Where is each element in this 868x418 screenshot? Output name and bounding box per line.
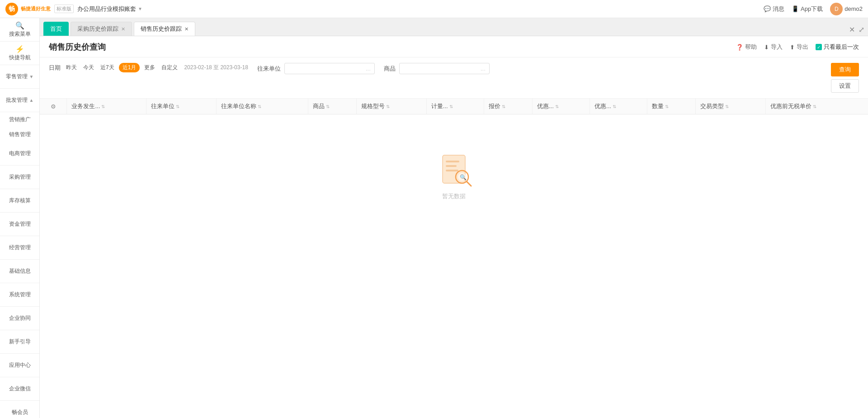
th-trade-type[interactable]: 交易类型 ⇅: [696, 99, 766, 114]
filter-bar: 日期 昨天 今天 近7天 近1月 更多 自定义 2023-02-18 至 202…: [40, 57, 868, 99]
query-button[interactable]: 查询: [831, 63, 859, 76]
sidebar-item-sales[interactable]: 销售管理: [0, 127, 39, 142]
tab-bar: 首页 采购历史价跟踪 ✕ 销售历史价跟踪 ✕ ✕ ⤢: [40, 18, 868, 36]
th-partner-code[interactable]: 往来单位 ⇅: [146, 99, 216, 114]
page-content: 销售历史价查询 ❓ 帮助 ⬇ 导入 ⬆ 导出 ✓: [40, 36, 868, 418]
user-profile[interactable]: D demo2: [830, 3, 863, 15]
help-button[interactable]: ❓ 帮助: [736, 43, 757, 51]
logo-area: 畅 畅捷通好生意: [5, 3, 51, 15]
partner-input[interactable]: ...: [284, 63, 375, 74]
sidebar-item-finance[interactable]: 资金管理: [0, 213, 39, 236]
th-product-label: 商品: [313, 102, 325, 110]
th-discount2-label: 优惠...: [594, 102, 611, 110]
quick-nav-icon: ⚡: [15, 45, 24, 53]
sidebar-item-quick-nav[interactable]: ⚡ 快捷导航: [0, 42, 39, 65]
partner-filter-group: 往来单位 ...: [257, 63, 375, 74]
sidebar-item-ecommerce[interactable]: 电商管理: [0, 142, 39, 166]
shortcut-yesterday[interactable]: 昨天: [64, 63, 79, 72]
data-table: ⚙ 业务发生... ⇅ 往来单位: [40, 99, 868, 114]
shortcut-more[interactable]: 更多: [142, 63, 157, 72]
tab-home[interactable]: 首页: [43, 22, 69, 36]
sidebar: 🔍 搜索菜单 ⚡ 快捷导航 零售管理 ▼ 批发管理 ▲ 营销推广 销售管理 电商…: [0, 18, 40, 418]
th-gear[interactable]: ⚙: [40, 99, 67, 114]
workspace-selector[interactable]: 办公用品行业模拟账套 ▼: [77, 5, 142, 13]
sidebar-item-wholesale[interactable]: 批发管理 ▲: [0, 89, 39, 112]
th-quantity[interactable]: 数量 ⇅: [647, 99, 696, 114]
tab-sales-close-icon[interactable]: ✕: [184, 27, 189, 32]
th-product[interactable]: 商品 ⇅: [308, 99, 356, 114]
search-menu-icon: 🔍: [15, 21, 24, 30]
shortcut-last7days[interactable]: 近7天: [99, 63, 116, 72]
import-label: 导入: [771, 43, 783, 51]
th-spec[interactable]: 规格型号 ⇅: [356, 99, 426, 114]
avatar: D: [830, 3, 843, 15]
th-price[interactable]: 报价 ⇅: [484, 99, 532, 114]
maximize-button[interactable]: ⤢: [859, 25, 864, 34]
empty-text: 暂无数据: [442, 192, 466, 200]
table-header-row: ⚙ 业务发生... ⇅ 往来单位: [40, 99, 868, 114]
sidebar-item-basic-info[interactable]: 基础信息: [0, 260, 39, 283]
th-partner-name[interactable]: 往来单位名称 ⇅: [216, 99, 308, 114]
sidebar-item-label: 基础信息: [9, 268, 31, 275]
sidebar-item-enterprise-coop[interactable]: 企业协同: [0, 307, 39, 330]
date-label: 日期: [49, 64, 61, 72]
tab-sales-label: 销售历史价跟踪: [141, 25, 182, 33]
sidebar-item-label: 销售管理: [9, 131, 31, 138]
close-tab-button[interactable]: ✕: [849, 25, 855, 34]
shortcut-custom[interactable]: 自定义: [160, 63, 179, 72]
sidebar-item-app-center[interactable]: 应用中心: [0, 354, 39, 377]
sidebar-item-sys-settings[interactable]: 系统管理: [0, 283, 39, 307]
export-icon: ⬆: [790, 44, 795, 51]
tab-purchase-close-icon[interactable]: ✕: [121, 27, 125, 32]
sort-icon: ⇅: [386, 104, 390, 109]
app-download-button[interactable]: 📱 App下载: [792, 5, 823, 13]
only-last-checkbox[interactable]: ✓ 只看最后一次: [816, 43, 859, 51]
date-shortcuts: 昨天 今天 近7天 近1月 更多 自定义 2023-02-18 至 2023-0…: [64, 63, 248, 72]
partner-label: 往来单位: [257, 65, 281, 73]
shortcut-today[interactable]: 今天: [81, 63, 96, 72]
sort-icon: ⇅: [665, 104, 669, 109]
checkbox-icon: ✓: [816, 44, 822, 50]
th-unit[interactable]: 计量... ⇅: [426, 99, 484, 114]
sidebar-item-enterprise-wechat[interactable]: 企业微信: [0, 377, 39, 401]
th-trade-type-label: 交易类型: [700, 102, 724, 110]
empty-illustration: 🔍: [436, 151, 472, 187]
workspace-chevron-icon: ▼: [138, 6, 142, 11]
sidebar-item-label: 快捷导航: [9, 54, 31, 62]
sidebar-item-operations[interactable]: 经营管理: [0, 236, 39, 260]
sidebar-item-inventory[interactable]: 库存核算: [0, 189, 39, 213]
partner-dots: ...: [366, 65, 371, 72]
sidebar-item-search-menu[interactable]: 🔍 搜索菜单: [0, 18, 39, 42]
message-button[interactable]: 💬 消息: [764, 5, 784, 13]
th-partner-name-label: 往来单位名称: [221, 102, 256, 110]
svg-text:🔍: 🔍: [460, 174, 467, 180]
only-last-label: 只看最后一次: [824, 43, 859, 51]
th-unit-label: 计量...: [431, 102, 448, 110]
sidebar-item-retail[interactable]: 零售管理 ▼: [0, 65, 39, 89]
th-discount2[interactable]: 优惠... ⇅: [590, 99, 647, 114]
export-button[interactable]: ⬆ 导出: [790, 43, 808, 51]
setting-button[interactable]: 设置: [831, 79, 859, 93]
sidebar-item-label: 企业微信: [9, 385, 31, 393]
sidebar-item-label: 库存核算: [9, 197, 31, 204]
import-button[interactable]: ⬇ 导入: [764, 43, 783, 51]
tab-home-label: 首页: [50, 25, 62, 33]
tab-sales-history[interactable]: 销售历史价跟踪 ✕: [134, 22, 195, 36]
sidebar-item-marketing[interactable]: 营销推广: [0, 112, 39, 127]
shortcut-last1month[interactable]: 近1月: [119, 63, 140, 72]
th-partner-code-label: 往来单位: [151, 102, 175, 110]
th-biz-date[interactable]: 业务发生... ⇅: [67, 99, 146, 114]
th-pretax-price[interactable]: 优惠前无税单价 ⇅: [766, 99, 868, 114]
product-input[interactable]: ...: [399, 63, 490, 74]
sidebar-item-member[interactable]: 畅会员: [0, 401, 39, 418]
sidebar-item-label: 批发管理: [6, 97, 28, 104]
th-discount1[interactable]: 优惠... ⇅: [532, 99, 590, 114]
tab-purchase-history[interactable]: 采购历史价跟踪 ✕: [71, 22, 132, 36]
sidebar-item-new-guide[interactable]: 新手引导: [0, 330, 39, 354]
th-pretax-price-label: 优惠前无税单价: [770, 102, 811, 110]
empty-state: 🔍 暂无数据: [40, 114, 868, 237]
sidebar-item-purchase[interactable]: 采购管理: [0, 166, 39, 189]
sidebar-item-label: 应用中心: [9, 362, 31, 369]
th-price-label: 报价: [489, 102, 500, 110]
import-icon: ⬇: [764, 44, 769, 51]
